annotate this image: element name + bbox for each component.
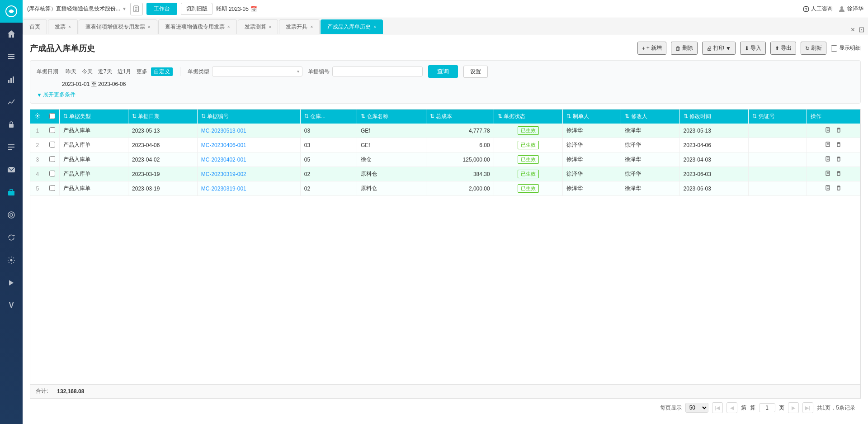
row-checkbox[interactable] [49, 156, 55, 162]
th-status-sort-icon[interactable]: ⇅ [498, 113, 502, 119]
edit-button[interactable] [824, 127, 833, 134]
tab-issue[interactable]: 发票开具 × [279, 19, 320, 34]
import-button[interactable]: ⬇ 导入 [740, 42, 766, 55]
th-settings[interactable] [30, 110, 45, 124]
th-creator-sort-icon[interactable]: ⇅ [566, 113, 571, 119]
row-number-link[interactable]: MC-20230319-002 [201, 171, 246, 177]
select-all-checkbox[interactable] [49, 113, 55, 119]
shortcut-7days[interactable]: 近7天 [96, 67, 114, 76]
sidebar-item-sync[interactable] [0, 226, 23, 249]
show-detail-checkbox[interactable] [831, 45, 837, 52]
sidebar-item-analytics[interactable] [0, 91, 23, 113]
tab-calc-close[interactable]: × [269, 24, 272, 29]
company-selector[interactable]: (库存核算）直播轻端通信息技术股份... ▼ [27, 5, 127, 13]
sidebar-item-play[interactable] [0, 272, 23, 294]
period-calendar-icon[interactable]: 📅 [250, 6, 257, 12]
refresh-button[interactable]: ↻ 刷新 [801, 42, 826, 55]
sidebar-item-list[interactable] [0, 136, 23, 158]
tab-expand-icon[interactable]: ⊡ [859, 25, 864, 34]
th-voucher-sort-icon[interactable]: ⇅ [752, 113, 757, 119]
row-number-link[interactable]: MC-20230513-001 [201, 128, 246, 134]
th-warehouse-name-sort-icon[interactable]: ⇅ [361, 113, 365, 119]
prev-page-button[interactable]: ◀ [726, 402, 737, 413]
switch-old-version-button[interactable]: 切到旧版 [181, 3, 212, 15]
tab-sales-invoice-close[interactable]: × [148, 24, 151, 29]
page-number-input[interactable] [759, 403, 775, 412]
row-check[interactable] [45, 138, 59, 152]
tab-sales-invoice[interactable]: 查看销项增值税专用发票 × [79, 19, 157, 34]
shortcut-1month[interactable]: 近1月 [116, 67, 133, 76]
export-button[interactable]: ⬆ 导出 [770, 42, 796, 55]
delete-row-button[interactable] [834, 141, 843, 149]
delete-row-button[interactable] [834, 185, 843, 192]
next-page-button[interactable]: ▶ [788, 402, 799, 413]
show-detail-toggle[interactable]: 显示明细 [831, 44, 861, 52]
tab-close-all-icon[interactable]: × [851, 26, 855, 34]
row-check[interactable] [45, 152, 59, 167]
tab-home[interactable]: 首页 [23, 19, 47, 34]
type-select[interactable] [212, 67, 302, 76]
row-checkbox[interactable] [49, 142, 55, 148]
last-page-button[interactable]: ▶| [802, 402, 813, 413]
sidebar-item-menu[interactable] [0, 45, 23, 68]
row-check[interactable] [45, 181, 59, 196]
edit-button[interactable] [824, 185, 833, 192]
shortcut-yesterday[interactable]: 昨天 [64, 67, 78, 76]
set-button[interactable]: 设置 [463, 66, 488, 78]
row-number-link[interactable]: MC-20230402-001 [201, 157, 246, 163]
row-checkbox[interactable] [49, 171, 55, 176]
sidebar-item-message[interactable] [0, 158, 23, 181]
query-button[interactable]: 查询 [428, 65, 458, 78]
tab-purchase-invoice[interactable]: 查看进项增值税专用发票 × [158, 19, 237, 34]
tab-product-inbound[interactable]: 产成品入库单历史 × [321, 19, 383, 34]
delete-button[interactable]: 🗑 删除 [671, 42, 698, 55]
th-total-cost-sort-icon[interactable]: ⇅ [430, 113, 434, 119]
th-type-sort-icon[interactable]: ⇅ [63, 113, 68, 119]
sidebar-item-tool[interactable] [0, 204, 23, 226]
row-number-link[interactable]: MC-20230406-001 [201, 142, 246, 148]
row-number: MC-20230406-001 [197, 138, 300, 152]
shortcut-custom[interactable]: 自定义 [151, 67, 173, 76]
new-button[interactable]: + + 新增 [637, 42, 666, 55]
delete-row-button[interactable] [834, 170, 843, 178]
edit-button[interactable] [824, 156, 833, 163]
doc-icon[interactable] [130, 3, 143, 15]
sidebar-item-home[interactable] [0, 23, 23, 45]
shortcut-today[interactable]: 今天 [80, 67, 94, 76]
first-page-button[interactable]: |◀ [712, 402, 723, 413]
tab-invoice-close[interactable]: × [68, 24, 71, 29]
delete-row-button[interactable] [834, 156, 843, 163]
help-button[interactable]: ? 人工咨询 [803, 5, 833, 13]
row-checkbox[interactable] [49, 127, 55, 133]
print-button[interactable]: 🖨 打印 ▼ [702, 42, 736, 55]
delete-row-button[interactable] [834, 127, 843, 134]
workbench-button[interactable]: 工作台 [146, 3, 177, 15]
th-checkbox[interactable] [45, 110, 59, 124]
sidebar-item-inventory[interactable] [0, 181, 23, 204]
page-size-select[interactable]: 50 100 200 [685, 403, 708, 413]
row-checkbox[interactable] [49, 185, 55, 191]
tab-calc[interactable]: 发票测算 × [238, 19, 278, 34]
tab-product-inbound-close[interactable]: × [373, 24, 376, 29]
sidebar-item-chart[interactable] [0, 68, 23, 91]
row-check[interactable] [45, 167, 59, 181]
shortcut-more[interactable]: 更多 [135, 67, 149, 76]
number-filter-input[interactable] [332, 67, 423, 76]
th-warehouse-code-sort-icon[interactable]: ⇅ [304, 113, 309, 119]
sidebar-item-v[interactable]: V [0, 294, 23, 317]
row-check[interactable] [45, 124, 59, 138]
tab-invoice[interactable]: 发票 × [48, 19, 78, 34]
th-date-sort-icon[interactable]: ⇅ [132, 113, 137, 119]
sidebar-item-lock[interactable] [0, 113, 23, 136]
th-modifier-sort-icon[interactable]: ⇅ [625, 113, 629, 119]
tab-issue-close[interactable]: × [310, 24, 313, 29]
expand-more-button[interactable]: ▼ 展开更多条件 [37, 91, 75, 99]
th-number-sort-icon[interactable]: ⇅ [201, 113, 206, 119]
edit-button[interactable] [824, 141, 833, 149]
edit-button[interactable] [824, 170, 833, 178]
th-modify-time-sort-icon[interactable]: ⇅ [684, 113, 688, 119]
row-number-link[interactable]: MC-20230319-001 [201, 186, 246, 192]
user-menu[interactable]: 徐泽华 [838, 5, 863, 13]
sidebar-item-settings[interactable] [0, 249, 23, 272]
tab-purchase-invoice-close[interactable]: × [227, 24, 230, 29]
